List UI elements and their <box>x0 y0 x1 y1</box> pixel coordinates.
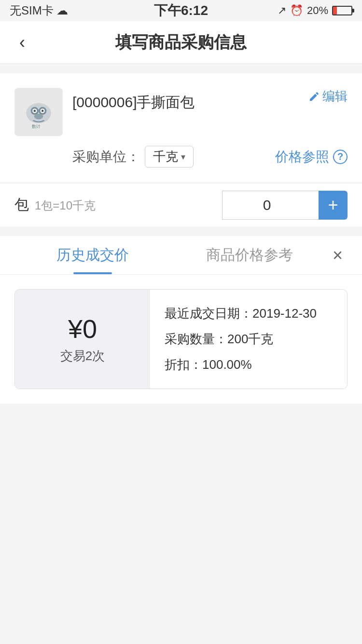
purchase-qty-label: 采购数量： <box>165 332 227 346</box>
price-ref-help-icon: ? <box>333 150 348 164</box>
tabs-header: 历史成交价 商品价格参考 × <box>0 236 362 275</box>
unit-select[interactable]: 千克 ▾ <box>145 146 194 168</box>
discount-row: 折扣：100.00% <box>165 355 333 374</box>
quantity-input[interactable] <box>222 191 319 220</box>
back-button[interactable]: ‹ <box>14 28 30 57</box>
product-info: 数计 [0000006]手撕面包 <box>14 88 195 136</box>
quantity-input-group: + <box>222 191 348 220</box>
bottom-space <box>0 404 362 644</box>
product-card: 数计 [0000006]手撕面包 编辑 采购单位： 千克 ▾ 价格参照 ? <box>0 73 362 182</box>
svg-point-6 <box>42 110 44 112</box>
tabs-section: 历史成交价 商品价格参考 × ¥0 交易2次 最近成交日期：2019-12-30… <box>0 236 362 404</box>
nav-bar: ‹ 填写商品采购信息 <box>0 21 362 64</box>
purchase-qty-value: 200千克 <box>227 332 273 346</box>
svg-point-5 <box>34 110 36 112</box>
discount-label: 折扣： <box>165 357 202 372</box>
page-title: 填写商品采购信息 <box>115 31 247 54</box>
alarm-icon: ⏰ <box>290 4 303 17</box>
history-content: ¥0 交易2次 最近成交日期：2019-12-30 采购数量：200千克 折扣：… <box>0 275 362 404</box>
product-header: 数计 [0000006]手撕面包 编辑 <box>14 88 348 136</box>
price-reference-button[interactable]: 价格参照 ? <box>275 148 348 166</box>
price-amount: 0 <box>83 314 97 343</box>
unit-dropdown-arrow: ▾ <box>181 152 185 162</box>
trade-count: 交易2次 <box>60 348 105 364</box>
status-right: ↗ ⏰ 20% <box>278 4 352 17</box>
price-ref-label: 价格参照 <box>275 148 329 166</box>
battery-text: 20% <box>307 4 328 17</box>
history-price-value: ¥0 <box>68 314 97 344</box>
quantity-section: 包 1包=10千克 + <box>0 183 362 226</box>
recent-date-value: 2019-12-30 <box>252 306 317 321</box>
svg-point-7 <box>34 114 43 120</box>
edit-button[interactable]: 编辑 <box>308 88 348 105</box>
unit-value: 千克 <box>153 148 178 165</box>
edit-icon <box>308 91 320 102</box>
svg-point-0 <box>26 103 51 123</box>
history-price-card: ¥0 交易2次 最近成交日期：2019-12-30 采购数量：200千克 折扣：… <box>14 289 348 389</box>
tab-price-reference[interactable]: 商品价格参考 <box>171 236 327 274</box>
tab-history-price[interactable]: 历史成交价 <box>14 236 171 274</box>
tabs-close-button[interactable]: × <box>328 245 348 266</box>
product-logo-svg: 数计 <box>22 95 56 129</box>
battery-icon <box>332 6 352 15</box>
quantity-label-group: 包 1包=10千克 <box>14 195 96 215</box>
recent-date-label: 最近成交日期： <box>165 306 252 321</box>
location-icon: ↗ <box>278 4 286 17</box>
tab-price-reference-label: 商品价格参考 <box>206 245 293 265</box>
edit-label: 编辑 <box>322 88 348 105</box>
svg-text:数计: 数计 <box>32 124 41 129</box>
quantity-conversion-label: 1包=10千克 <box>35 198 96 213</box>
carrier-text: 无SIM卡 ☁ <box>10 3 68 18</box>
status-left: 无SIM卡 ☁ <box>10 3 68 18</box>
product-image: 数计 <box>14 88 63 136</box>
quantity-unit-char: 包 <box>14 195 29 215</box>
battery-fill <box>333 7 337 14</box>
currency-symbol: ¥ <box>68 314 83 343</box>
discount-value: 100.00% <box>202 357 252 372</box>
history-price-panel: ¥0 交易2次 <box>15 290 150 389</box>
status-time: 下午6:12 <box>154 1 208 20</box>
tab-history-price-label: 历史成交价 <box>56 245 129 265</box>
unit-label: 采购单位： <box>72 148 140 166</box>
product-name: [0000006]手撕面包 <box>72 93 195 112</box>
history-details-panel: 最近成交日期：2019-12-30 采购数量：200千克 折扣：100.00% <box>150 290 347 389</box>
purchase-unit-row: 采购单位： 千克 ▾ 价格参照 ? <box>14 146 348 168</box>
purchase-qty-row: 采购数量：200千克 <box>165 330 333 349</box>
recent-date-row: 最近成交日期：2019-12-30 <box>165 304 333 323</box>
status-bar: 无SIM卡 ☁ 下午6:12 ↗ ⏰ 20% <box>0 0 362 21</box>
quantity-add-button[interactable]: + <box>319 191 348 220</box>
